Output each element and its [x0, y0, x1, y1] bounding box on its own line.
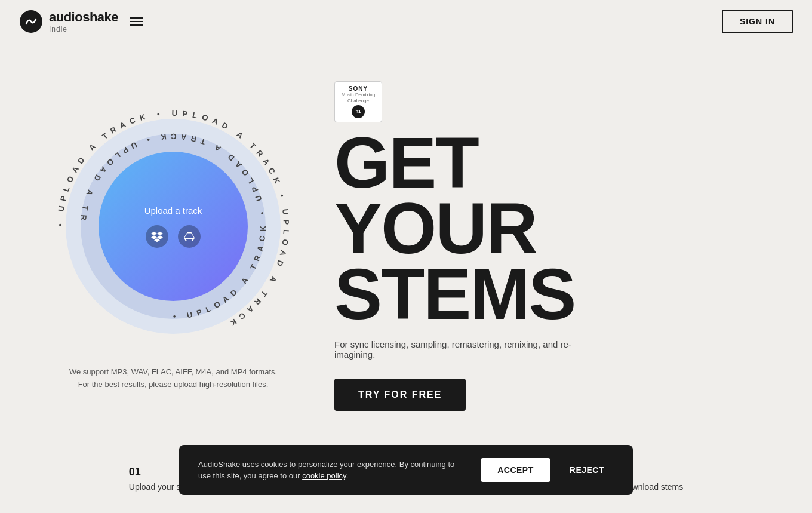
cookie-buttons: ACCEPT REJECT [481, 458, 614, 482]
upload-drop-zone[interactable]: Upload a track [99, 152, 248, 301]
try-for-free-button[interactable]: TRY FOR FREE [334, 379, 466, 411]
header-left: audioshake Indie [19, 10, 146, 33]
drive-upload-button[interactable] [178, 225, 201, 248]
upload-circle-container: • UPLOAD A TRACK • UPLOAD A TRACK • UPLO… [48, 101, 299, 352]
cookie-banner: AudioShake uses cookies to personalize y… [179, 445, 633, 495]
hero-title-line3: STEMS [334, 261, 776, 327]
upload-section: • UPLOAD A TRACK • UPLOAD A TRACK • UPLO… [48, 101, 299, 391]
upload-note: We support MP3, WAV, FLAC, AIFF, M4A, an… [69, 366, 277, 391]
header: audioshake Indie SIGN IN [0, 0, 812, 43]
badge-row: SONY Music DemixingChallenge #1 [334, 81, 776, 122]
logo-subtext: Indie [49, 25, 118, 33]
sign-in-button[interactable]: SIGN IN [722, 10, 793, 33]
hero-subtitle: For sync licensing, sampling, remasterin… [334, 339, 597, 360]
hero-title-line2: YOUR [334, 195, 776, 261]
upload-icons [146, 225, 201, 248]
upload-label: Upload a track [144, 205, 202, 216]
main-content: • UPLOAD A TRACK • UPLOAD A TRACK • UPLO… [0, 43, 812, 449]
logo-name: audioshake [49, 10, 118, 25]
logo[interactable]: audioshake Indie [19, 10, 118, 33]
logo-text-group: audioshake Indie [49, 10, 118, 33]
cookie-message: AudioShake uses cookies to personalize y… [198, 459, 457, 482]
logo-icon [19, 10, 43, 33]
hero-title: GET YOUR STEMS [334, 130, 776, 327]
sony-subtitle: Music DemixingChallenge [342, 92, 375, 103]
menu-button[interactable] [128, 15, 146, 28]
sony-rank: #1 [352, 105, 365, 118]
cookie-policy-link[interactable]: cookie policy [302, 471, 346, 480]
hero-section: SONY Music DemixingChallenge #1 GET YOUR… [299, 81, 776, 410]
sony-badge: SONY Music DemixingChallenge #1 [334, 81, 382, 122]
accept-cookies-button[interactable]: ACCEPT [481, 458, 550, 482]
dropbox-upload-button[interactable] [146, 225, 168, 248]
hero-title-line1: GET [334, 130, 776, 195]
sony-brand: SONY [349, 85, 368, 92]
reject-cookies-button[interactable]: REJECT [560, 458, 614, 482]
